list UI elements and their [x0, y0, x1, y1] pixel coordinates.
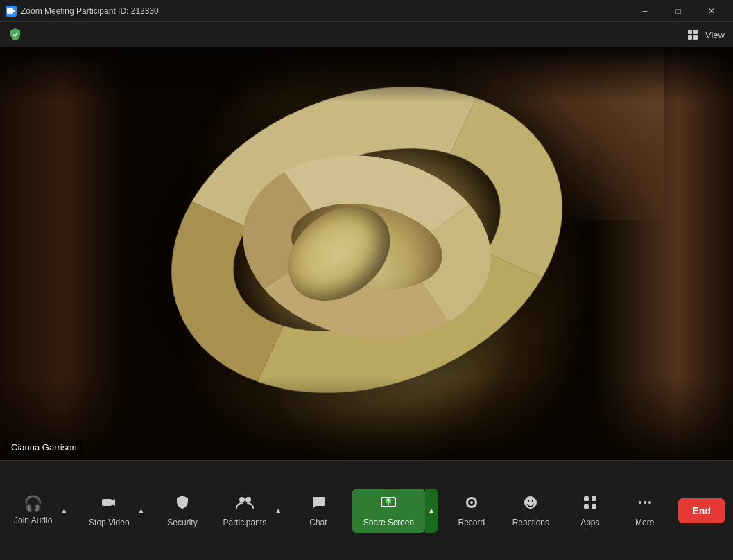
record-button[interactable]: Record	[451, 489, 492, 533]
svg-rect-5	[102, 499, 112, 506]
stop-video-split: Stop Video ▲	[83, 489, 147, 533]
minimize-button[interactable]: –	[629, 0, 661, 22]
security-bar: View	[0, 22, 733, 47]
chat-group: Chat	[297, 489, 339, 533]
svg-rect-18	[584, 496, 589, 501]
chat-button[interactable]: Chat	[297, 489, 339, 533]
reactions-button[interactable]: + Reactions	[506, 489, 556, 533]
svg-text:+: +	[534, 496, 537, 501]
participants-icon: 1	[236, 494, 254, 514]
more-group: More	[624, 489, 666, 533]
join-audio-group: 🎧 Join Audio ▲	[8, 491, 70, 531]
share-screen-group: Share Screen ▲	[352, 489, 438, 533]
bg-dark-top	[0, 47, 733, 103]
apps-button[interactable]: Apps	[569, 489, 611, 533]
share-screen-split: Share Screen ▲	[352, 489, 438, 533]
svg-rect-4	[693, 35, 698, 40]
svg-point-22	[639, 501, 641, 504]
shield-verified-icon	[8, 28, 22, 42]
apps-icon	[582, 494, 598, 514]
svg-rect-19	[592, 496, 596, 501]
join-audio-split: 🎧 Join Audio ▲	[8, 491, 70, 531]
bg-dark-bottom	[0, 377, 733, 460]
svg-rect-1	[688, 30, 692, 34]
svg-rect-20	[584, 504, 589, 509]
title-bar-left: Zoom Meeting Participant ID: 212330	[6, 6, 159, 17]
more-icon	[637, 494, 653, 514]
participant-name-label: Cianna Garrison	[6, 440, 83, 455]
security-group: Security	[160, 489, 204, 533]
end-group: End	[678, 498, 724, 523]
participants-arrow[interactable]: ▲	[272, 489, 284, 533]
title-bar: Zoom Meeting Participant ID: 212330 – □ …	[0, 0, 733, 22]
svg-point-16	[532, 500, 533, 501]
participants-split: 1 Participants ▲	[218, 489, 285, 533]
view-button[interactable]: View	[687, 29, 725, 40]
svg-text:1: 1	[249, 496, 252, 501]
view-label: View	[705, 30, 725, 40]
svg-point-15	[528, 500, 529, 501]
join-audio-arrow[interactable]: ▲	[58, 491, 70, 531]
stop-video-button[interactable]: Stop Video	[83, 489, 135, 533]
svg-point-23	[644, 501, 646, 504]
record-icon	[463, 494, 480, 514]
share-screen-icon	[380, 494, 397, 514]
title-bar-controls: – □ ✕	[629, 0, 727, 22]
svg-rect-3	[688, 35, 692, 40]
apps-group: Apps	[569, 489, 611, 533]
participants-group: 1 Participants ▲	[218, 489, 285, 533]
zoom-logo-icon	[6, 6, 17, 17]
record-group: Record	[451, 489, 492, 533]
share-screen-arrow[interactable]: ▲	[425, 489, 438, 533]
security-icon	[174, 494, 191, 514]
svg-rect-2	[693, 30, 698, 34]
stop-video-group: Stop Video ▲	[83, 489, 147, 533]
participants-button[interactable]: 1 Participants	[218, 489, 273, 533]
video-area: Cianna Garrison	[0, 47, 733, 460]
title-text: Zoom Meeting Participant ID: 212330	[21, 6, 159, 16]
reactions-icon: +	[522, 494, 539, 514]
svg-point-13	[470, 501, 473, 504]
video-background	[0, 47, 733, 460]
svg-point-6	[239, 497, 245, 502]
security-button[interactable]: Security	[160, 489, 204, 533]
camera-icon	[101, 494, 117, 514]
maximize-button[interactable]: □	[662, 0, 694, 22]
headphone-icon: 🎧	[24, 496, 42, 511]
stop-video-arrow[interactable]: ▲	[135, 489, 148, 533]
more-button[interactable]: More	[624, 489, 666, 533]
chat-icon	[310, 494, 327, 514]
svg-point-24	[648, 501, 651, 504]
close-button[interactable]: ✕	[696, 0, 727, 22]
svg-rect-21	[592, 504, 596, 509]
share-screen-button[interactable]: Share Screen	[352, 489, 425, 533]
end-button[interactable]: End	[678, 498, 724, 523]
reactions-group: + Reactions	[506, 489, 556, 533]
toolbar: 🎧 Join Audio ▲ Stop Video ▲	[0, 461, 733, 560]
join-audio-button[interactable]: 🎧 Join Audio	[8, 491, 58, 531]
